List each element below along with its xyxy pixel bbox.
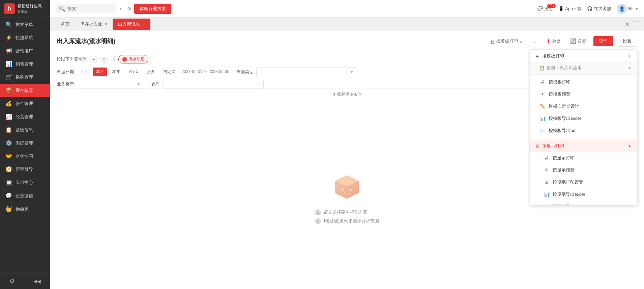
date-btn-custom[interactable]: 自定义 xyxy=(160,68,178,76)
search-input[interactable] xyxy=(67,6,108,11)
sidebar-item-wechat[interactable]: 💬 企业微信 xyxy=(0,189,50,202)
dropdown-item-display-settings[interactable]: ⚙ 按显示打印设置 xyxy=(530,176,637,188)
tab-batch[interactable]: 库存批次账 ✕ xyxy=(75,19,113,30)
tab-flow-close-icon[interactable]: ✕ xyxy=(142,22,145,26)
sidebar-item-inventory[interactable]: 📦 库存核算 xyxy=(0,84,50,97)
template-pdf-label: 按模板导出pdf xyxy=(549,128,577,134)
dropdown-item-template-preview[interactable]: 👁 按模板预览 xyxy=(530,88,637,100)
box-icon: 📦 xyxy=(5,87,12,94)
filter-add-btn[interactable]: + xyxy=(90,56,97,63)
sidebar-item-shortcut[interactable]: ⚡ 快捷导航 xyxy=(0,31,50,44)
bill-type-select[interactable]: ··· ▼ xyxy=(256,68,357,76)
topbar-chevron-icon[interactable]: ▼ xyxy=(119,6,123,11)
dropdown-item-template-excel[interactable]: 📊 按模板导出excel xyxy=(530,112,637,125)
filter-tag-label: 流水明细 xyxy=(128,56,145,62)
sidebar-item-sales[interactable]: 📊 销售管理 xyxy=(0,57,50,71)
wechat-icon: 💬 xyxy=(5,192,12,199)
sidebar-item-system[interactable]: ⚙️ 系统管理 xyxy=(0,136,50,150)
dropdown-item-display-excel[interactable]: 📊 按显示导出excel xyxy=(530,188,637,201)
filter-date-item: 单据日期 上月 本月 本年 近7天 更多 自定义 2023-06-01 至 20… xyxy=(57,68,229,76)
bill-type-more-icon[interactable]: ··· xyxy=(303,70,306,74)
dropdown-scroll: 📋 当前：出入库流水 ▼ 🖨 按模板打印 xyxy=(530,63,637,205)
app-download-btn[interactable]: 📱 App下载 xyxy=(558,6,582,12)
user-profile[interactable]: 👤 Rit ▼ xyxy=(617,4,639,14)
content-area: 出入库流水(流水明细) 🖨 按模板打印 ▲ ... ⬆ 导出 🔄 刷新 xyxy=(50,31,644,289)
date-btn-this-year[interactable]: 本年 xyxy=(109,68,123,76)
online-service-btn[interactable]: 🎧 在线客服 xyxy=(587,6,611,12)
money-icon: 💰 xyxy=(5,100,12,107)
display-print-label: 按显示打印 xyxy=(553,155,575,161)
search-icon: 🔍 xyxy=(59,5,65,12)
sidebar-item-purchase[interactable]: 🛒 采购管理 xyxy=(0,71,50,84)
sidebar-item-member[interactable]: 👑 畅会员 xyxy=(0,202,50,215)
warehouse-label: 仓库 xyxy=(151,81,160,87)
sidebar-scroll: 🔍 搜索菜单 ⚡ 快捷导航 📢 营销推广 📊 销售管理 🛒 采购管理 📦 库存核… xyxy=(0,18,50,273)
sidebar-item-guide[interactable]: 🧭 新手引导 xyxy=(0,163,50,176)
business-type-label: 业务类型 xyxy=(57,81,74,87)
display-print-icon: 🖨 xyxy=(543,155,550,161)
warehouse-more-icon[interactable]: ··· xyxy=(257,82,260,86)
megaphone-icon: 📢 xyxy=(5,48,12,54)
display-print-section-icon: 🖨 xyxy=(535,143,539,149)
dropdown-section2-header[interactable]: 🖨 按显示打印 ▲ xyxy=(530,140,637,152)
sidebar-item-collab[interactable]: 🤝 企业协同 xyxy=(0,150,50,163)
trial-btn[interactable]: 体验行业方案 xyxy=(134,4,171,14)
dropdown-header: 🖨 按模板打印 ▲ xyxy=(530,50,637,63)
settings-btn[interactable]: 设置 xyxy=(617,36,637,47)
sidebar-item-basic[interactable]: 📋 基础信息 xyxy=(0,123,50,136)
sidebar-item-label: 经营管理 xyxy=(16,114,33,120)
sidebar-item-label: 企业微信 xyxy=(16,193,33,199)
date-range-text: 2023-06-01 至 2023-06-30 xyxy=(182,69,229,75)
more-dots-btn[interactable]: ... xyxy=(530,37,539,46)
print-template-btn[interactable]: 🖨 按模板打印 ▲ xyxy=(487,37,526,46)
current-template-arrow[interactable]: ▼ xyxy=(627,65,632,70)
bill-type-chevron-icon: ▼ xyxy=(350,70,354,74)
date-btn-7days[interactable]: 近7天 xyxy=(125,68,142,76)
date-btn-more[interactable]: 更多 xyxy=(144,68,158,76)
search-box[interactable]: 🔍 xyxy=(55,4,116,13)
dropdown-collapse-icon[interactable]: ▲ xyxy=(627,54,632,58)
query-btn[interactable]: 查询 xyxy=(593,36,613,46)
template-excel-icon: 📊 xyxy=(539,116,546,121)
tab-flow[interactable]: 出入库流水 ✕ xyxy=(113,19,150,30)
dropdown-item-template-print[interactable]: 🖨 按模板打印 xyxy=(530,76,637,88)
dropdown-item-display-print[interactable]: 🖨 按显示打印 xyxy=(530,152,637,164)
dropdown-item-display-pdf[interactable]: 📄 按显示导出pdf xyxy=(530,201,637,205)
dropdown-item-display-preview[interactable]: 👁 按显示预览 xyxy=(530,164,637,176)
display-excel-icon: 📊 xyxy=(543,192,550,197)
collapse-up-icon: ⬆ xyxy=(332,92,336,97)
settings-bottom-icon[interactable]: ⚙ xyxy=(7,276,18,286)
sidebar-item-search[interactable]: 🔍 搜索菜单 xyxy=(0,18,50,31)
tab-batch-label: 库存批次账 xyxy=(80,21,102,27)
warehouse-select[interactable]: ··· xyxy=(163,80,264,88)
export-icon: ⬆ xyxy=(546,38,551,44)
tab-batch-close-icon[interactable]: ✕ xyxy=(104,22,107,26)
tab-maximize-btn[interactable]: ⛶ xyxy=(633,21,639,28)
date-btn-last-month[interactable]: 上月 xyxy=(77,68,91,76)
display-settings-icon: ⚙ xyxy=(543,180,550,185)
sidebar-item-apps[interactable]: 🔲 应用中心 xyxy=(0,176,50,189)
filter-settings-btn[interactable]: ⚙ xyxy=(100,56,108,63)
print-template-label: 按模板打印 xyxy=(496,38,518,44)
dropdown-item-template-pdf[interactable]: 📄 按模板导出pdf xyxy=(530,125,637,137)
filter-collapse-chevron[interactable]: 《 xyxy=(110,56,116,63)
sidebar-item-operation[interactable]: 📈 经营管理 xyxy=(0,110,50,123)
date-btn-this-month[interactable]: 本月 xyxy=(93,68,107,76)
user-dropdown-icon: ▼ xyxy=(635,7,639,11)
dropdown-item-template-design[interactable]: ✏️ 模板自定义设计 xyxy=(530,100,637,112)
tab-home[interactable]: 首页 xyxy=(55,19,75,30)
filter-tag-shuimingxi[interactable]: 🔴 流水明细 xyxy=(118,55,148,63)
business-type-select[interactable]: ▼ xyxy=(77,80,144,88)
topbar-gear-icon[interactable]: ⚙ xyxy=(127,5,131,12)
crown-icon: 👑 xyxy=(5,206,12,212)
template-excel-label: 按模板导出excel xyxy=(549,115,581,122)
messages-btn[interactable]: 💬 消息 99+ xyxy=(537,6,553,12)
refresh-btn[interactable]: 🔄 刷新 xyxy=(567,37,589,46)
sidebar-item-marketing[interactable]: 📢 营销推广 xyxy=(0,44,50,57)
export-btn[interactable]: ⬆ 导出 xyxy=(544,37,563,46)
collapse-sidebar-btn[interactable]: ◀◀ xyxy=(31,277,43,285)
empty-box-icon xyxy=(330,170,364,204)
sidebar-item-finance[interactable]: 💰 资金管理 xyxy=(0,97,50,110)
printer-icon: 🖨 xyxy=(490,38,495,44)
tab-close-btn[interactable]: ✕ xyxy=(625,21,630,28)
